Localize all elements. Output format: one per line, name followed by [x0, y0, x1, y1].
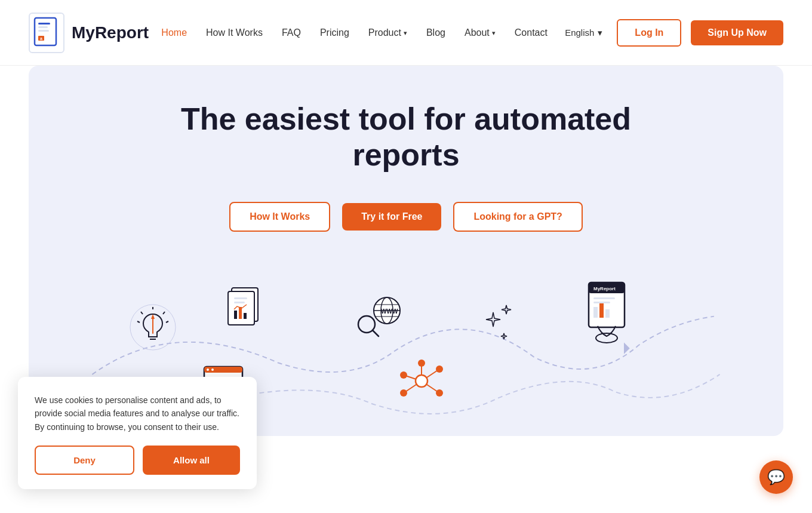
logo-svg: a [32, 17, 61, 49]
svg-point-39 [436, 389, 443, 397]
globe-icon: WWW [350, 291, 404, 345]
svg-rect-50 [605, 309, 610, 318]
svg-text:MyReport: MyReport [593, 286, 616, 291]
svg-line-13 [137, 321, 140, 322]
svg-point-41 [400, 389, 407, 397]
nav-home[interactable]: Home [161, 27, 187, 38]
nav-right: English ▾ Log In Sign Up Now [560, 19, 783, 47]
icon-report-doc [224, 285, 267, 333]
allow-all-button[interactable]: Allow all [143, 446, 240, 475]
nav-faq[interactable]: FAQ [282, 27, 301, 38]
svg-text:a: a [40, 36, 42, 41]
svg-rect-3 [38, 30, 49, 32]
gpt-button[interactable]: Looking for a GPT? [453, 202, 582, 232]
chat-icon: 💬 [767, 469, 785, 486]
svg-line-15 [141, 312, 143, 314]
cookie-banner: We use cookies to personalise content an… [18, 377, 257, 489]
nav-links: Home How It Works FAQ Pricing Product ▾ … [161, 27, 548, 38]
about-chevron-icon: ▾ [492, 29, 496, 37]
logo[interactable]: a MyReport [29, 13, 149, 53]
svg-rect-49 [599, 303, 604, 318]
icon-sparkles [463, 300, 517, 354]
svg-point-37 [416, 375, 427, 387]
svg-marker-11 [151, 314, 155, 319]
svg-point-55 [211, 368, 214, 371]
svg-rect-2 [38, 26, 48, 28]
nav-product[interactable]: Product ▾ [368, 27, 407, 38]
nav-about[interactable]: About ▾ [465, 27, 496, 38]
login-button[interactable]: Log In [617, 19, 681, 47]
icon-globe-www: WWW [350, 291, 404, 345]
svg-rect-22 [239, 307, 242, 319]
svg-rect-48 [593, 307, 598, 318]
svg-rect-23 [244, 313, 247, 319]
svg-point-40 [400, 371, 407, 379]
language-label: English [565, 27, 594, 38]
navbar: a MyReport Home How It Works FAQ Pricing… [0, 0, 812, 66]
nav-pricing[interactable]: Pricing [320, 27, 349, 38]
stars-icon [463, 300, 517, 354]
how-it-works-button[interactable]: How It Works [229, 202, 330, 232]
hero-buttons: How It Works Try it for Free Looking for… [57, 202, 755, 232]
cookie-text: We use cookies to personalise content an… [35, 394, 240, 434]
svg-rect-53 [204, 367, 242, 373]
chat-bubble-button[interactable]: 💬 [759, 460, 793, 494]
hero-title: The easiest tool for automated reports [137, 102, 675, 173]
svg-text:WWW: WWW [381, 308, 398, 315]
icon-idea [129, 303, 177, 357]
svg-rect-47 [593, 302, 610, 303]
svg-point-51 [596, 333, 617, 343]
nav-how-it-works[interactable]: How It Works [206, 27, 263, 38]
svg-rect-1 [38, 23, 50, 24]
nav-contact[interactable]: Contact [515, 27, 548, 38]
svg-point-54 [207, 368, 209, 371]
svg-rect-21 [234, 311, 237, 319]
svg-rect-46 [593, 297, 615, 299]
nav-blog[interactable]: Blog [426, 27, 445, 38]
signup-button[interactable]: Sign Up Now [691, 20, 783, 45]
svg-line-14 [166, 321, 168, 322]
svg-rect-19 [234, 297, 247, 299]
language-chevron-icon: ▾ [598, 27, 602, 38]
svg-point-38 [436, 365, 443, 373]
try-free-button[interactable]: Try it for Free [342, 203, 441, 231]
svg-point-42 [418, 360, 425, 367]
product-chevron-icon: ▾ [404, 29, 407, 37]
network-graph-icon [392, 351, 451, 411]
svg-line-16 [163, 312, 165, 314]
svg-line-25 [373, 330, 379, 336]
lightbulb-pencil-icon [129, 303, 177, 357]
logo-icon: a [29, 13, 64, 53]
language-selector[interactable]: English ▾ [560, 25, 607, 41]
icon-myreport-doc: MyReport [577, 279, 636, 345]
logo-text: MyReport [72, 23, 149, 42]
icon-network [392, 351, 451, 411]
cookie-buttons: Deny Allow all [35, 446, 240, 475]
report-document-icon [224, 285, 267, 333]
myreport-hand-icon: MyReport [577, 279, 636, 345]
deny-button[interactable]: Deny [35, 446, 134, 475]
svg-rect-20 [234, 302, 245, 303]
